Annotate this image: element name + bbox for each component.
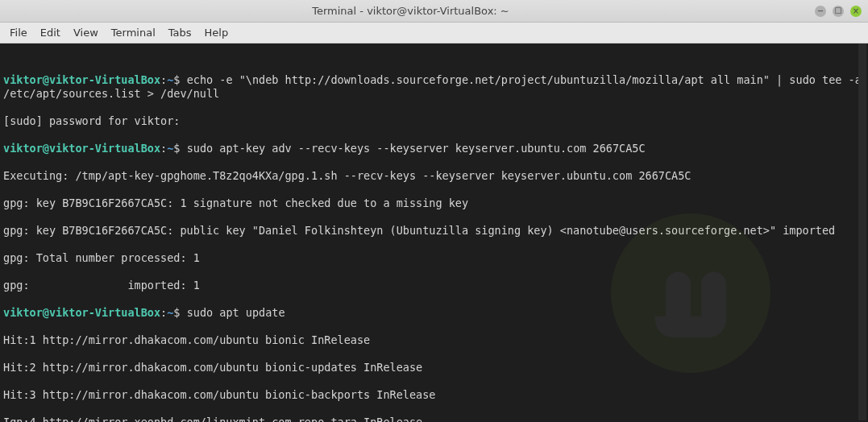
menubar: File Edit View Terminal Tabs Help	[0, 23, 868, 43]
output-line: gpg: Total number processed: 1	[3, 251, 865, 265]
prompt-user: viktor@viktor-VirtualBox	[3, 306, 160, 319]
output-line: gpg: key B7B9C16F2667CA5C: 1 signature n…	[3, 197, 865, 210]
window-controls: − ☐ ×	[815, 6, 862, 17]
menu-view[interactable]: View	[73, 27, 98, 39]
prompt-colon: :	[160, 142, 167, 155]
command-text: sudo apt-key adv --recv-keys --keyserver…	[187, 142, 646, 155]
menu-file[interactable]: File	[10, 27, 27, 39]
prompt-user: viktor@viktor-VirtualBox	[3, 73, 160, 86]
close-icon[interactable]: ×	[850, 6, 862, 17]
titlebar[interactable]: Terminal - viktor@viktor-VirtualBox: ~ −…	[0, 0, 868, 23]
command-text: sudo apt update	[187, 306, 285, 319]
prompt-user: viktor@viktor-VirtualBox	[3, 142, 160, 155]
menu-terminal[interactable]: Terminal	[111, 27, 156, 39]
output-line: Hit:2 http://mirror.dhakacom.com/ubuntu …	[3, 361, 865, 374]
prompt-dollar: $	[173, 306, 186, 319]
scrollbar[interactable]	[858, 43, 866, 420]
minimize-icon[interactable]: −	[815, 6, 826, 17]
output-line: Hit:3 http://mirror.dhakacom.com/ubuntu …	[3, 388, 865, 402]
terminal-content[interactable]: viktor@viktor-VirtualBox:~$ echo -e "\nd…	[0, 43, 868, 422]
output-line: Hit:1 http://mirror.dhakacom.com/ubuntu …	[3, 333, 865, 347]
maximize-icon[interactable]: ☐	[833, 6, 844, 17]
output-line: gpg: key B7B9C16F2667CA5C: public key "D…	[3, 224, 865, 238]
output-line: Ign:4 http://mirror.xeonbd.com/linuxmint…	[3, 416, 865, 422]
menu-edit[interactable]: Edit	[40, 27, 60, 39]
output-line: [sudo] password for viktor:	[3, 114, 865, 128]
prompt-colon: :	[160, 73, 167, 86]
output-line: gpg: imported: 1	[3, 279, 865, 292]
prompt-dollar: $	[173, 73, 186, 86]
prompt-colon: :	[160, 306, 167, 319]
output-line: Executing: /tmp/apt-key-gpghome.T8z2qo4K…	[3, 169, 865, 183]
menu-help[interactable]: Help	[205, 27, 229, 39]
terminal-window: Terminal - viktor@viktor-VirtualBox: ~ −…	[0, 0, 868, 422]
menu-tabs[interactable]: Tabs	[168, 27, 192, 39]
prompt-dollar: $	[173, 142, 186, 155]
window-title: Terminal - viktor@viktor-VirtualBox: ~	[6, 5, 815, 17]
